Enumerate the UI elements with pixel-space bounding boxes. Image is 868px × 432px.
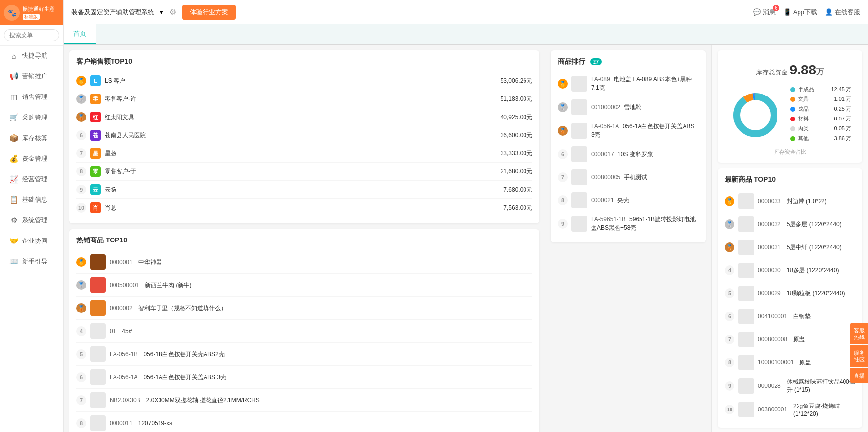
- header: 装备及固定资产辅助管理系统 ▾ ⚙ 体验行业方案 💬 消息 6 📱 App下载 …: [64, 0, 868, 24]
- basics-icon: 📋: [9, 195, 18, 204]
- rank-number: 9: [558, 219, 568, 229]
- sale-amount: 21,680.00元: [501, 168, 532, 176]
- product-item: 7 NB2.0X30B 2.0X30MM双搓花轴,搓花直径2.1MM/ROHS: [76, 389, 532, 412]
- rank-number: 🥈: [558, 102, 568, 112]
- inventory-footnote: 库存资金占比: [725, 148, 855, 156]
- app-name: 畅捷通好生意: [23, 5, 55, 13]
- rank-number: 🥉: [558, 126, 568, 136]
- rank-number: 7: [76, 148, 86, 158]
- sidebar-item-finance[interactable]: 💰 资金管理: [0, 148, 63, 169]
- product-code: 01: [110, 328, 116, 335]
- product-item: 5 LA-056-1B 056-1B白色按键开关壳ABS2壳: [76, 343, 532, 366]
- rank-number: 8: [76, 418, 86, 428]
- legend-value: 1.01 万: [834, 96, 851, 103]
- sidebar-search-container: [0, 25, 63, 46]
- rank-number: 6: [76, 372, 86, 382]
- product-code: 000800008: [758, 336, 787, 343]
- product-image: [738, 240, 754, 255]
- sidebar-item-cooperation[interactable]: 🤝 企业协同: [0, 231, 63, 251]
- product-name: 45#: [122, 328, 532, 335]
- rank-number: 8: [725, 358, 734, 367]
- product-name: 056-1A白色按键开关盖ABS 3壳: [143, 373, 532, 382]
- rank-number: 7: [725, 335, 734, 344]
- product-name: 12070519-xs: [138, 420, 532, 427]
- trial-button[interactable]: 体验行业方案: [182, 5, 236, 20]
- legend-dot: [790, 107, 795, 112]
- message-action[interactable]: 💬 消息 6: [753, 8, 776, 17]
- rank-number: 7: [76, 395, 86, 405]
- customer-service-button[interactable]: 客服热线: [850, 323, 868, 345]
- product-info: LA-59651-1B 59651-1B旋转投影灯电池盒ABS黑色+58壳: [591, 216, 699, 232]
- sidebar-item-sales[interactable]: ◫ 销售管理: [0, 87, 63, 107]
- latest-products-title: 最新商品 TOP10: [725, 175, 855, 184]
- product-item: 4 0000030 18多层 (1220*2440): [725, 259, 855, 282]
- product-code: 0000001: [110, 259, 133, 265]
- home-icon: ⌂: [9, 52, 18, 60]
- legend-dot: [790, 87, 795, 92]
- customer-name: 苍南县人民医院: [105, 131, 497, 140]
- rank-number: 🥈: [76, 94, 86, 104]
- tab-home[interactable]: 首页: [64, 24, 96, 44]
- sidebar-item-inventory[interactable]: 📦 库存核算: [0, 128, 63, 148]
- inventory-value: 9.88万: [790, 62, 824, 77]
- inventory-total: 库存总资金 9.88万: [725, 57, 855, 86]
- live-button[interactable]: 直播: [850, 368, 868, 383]
- product-code: 0000028: [758, 383, 781, 389]
- product-info: LA-056-1A 056-1A白色按键开关盖ABS 3壳: [591, 122, 699, 139]
- sidebar-item-purchase[interactable]: 🛒 采购管理: [0, 107, 63, 128]
- rank-number: 5: [725, 288, 734, 298]
- sidebar-item-guide[interactable]: 📖 新手引导: [0, 251, 63, 272]
- product-name: 原盅: [793, 336, 855, 344]
- online-service-action[interactable]: 👤 在线客服: [825, 8, 860, 17]
- donut-chart: [729, 88, 782, 142]
- product-ranking-title: 商品排行 27: [558, 57, 699, 66]
- product-name: 22g鱼豆腐-烧烤味 (1*12*20): [793, 402, 855, 417]
- rank-number: 4: [76, 326, 86, 336]
- product-item: 4 01 45#: [76, 320, 532, 343]
- sidebar-item-basics[interactable]: 📋 基础信息: [0, 190, 63, 210]
- product-item: 6 004100001 白钢垫: [725, 305, 855, 328]
- rank-number: 🥉: [725, 242, 734, 252]
- product-item: 8 10000100001 原盅: [725, 351, 855, 374]
- product-code: 0000033: [758, 198, 781, 205]
- sidebar-item-marketing[interactable]: 📢 营销推广: [0, 66, 63, 87]
- sidebar-nav: ⌂ 快捷导航 📢 营销推广 ◫ 销售管理 🛒 采购管理 📦 库存核算 💰 资金管…: [0, 46, 63, 432]
- rank-number: 🥉: [76, 303, 86, 313]
- legend-item: 其他 -3.86 万: [790, 135, 851, 142]
- operations-icon: 📈: [9, 175, 18, 184]
- inventory-icon: 📦: [9, 134, 18, 143]
- sidebar-item-home[interactable]: ⌂ 快捷导航: [0, 46, 63, 66]
- float-buttons: 客服热线 服务社区 直播: [850, 323, 868, 383]
- sidebar-item-system[interactable]: ⚙ 系统管理: [0, 210, 63, 231]
- app-download-action[interactable]: 📱 App下载: [783, 8, 817, 17]
- product-image: [738, 193, 754, 209]
- sidebar: 🐾 畅捷通好生意 标准版 ⌂ 快捷导航 📢 营销推广 ◫ 销售管理 🛒 采购管理…: [0, 0, 64, 432]
- rank-item: 7 星 星扬 33,333.00元: [76, 144, 532, 163]
- product-name: 中华神器: [138, 258, 532, 266]
- rank-item: 8 零 零售客户-于 21,680.00元: [76, 163, 532, 181]
- settings-icon[interactable]: ⚙: [169, 7, 176, 17]
- legend-value: 0.25 万: [834, 105, 851, 113]
- legend-dot: [790, 126, 795, 131]
- product-name: 18颗粒板 (1220*2440): [787, 289, 855, 298]
- product-code: LA-056-1A: [110, 374, 137, 381]
- sale-amount: 36,600.00元: [501, 131, 532, 140]
- sidebar-item-label: 新手引导: [22, 257, 47, 266]
- product-name: 智利车子里（规格不知道填什么）: [138, 304, 532, 312]
- legend-value: 0.07 万: [834, 115, 851, 122]
- product-info: LA-089 电池盖 LA-089 ABS本色+黑种 7.1克: [591, 75, 699, 92]
- legend-value: -3.86 万: [832, 135, 851, 142]
- sales-icon: ◫: [9, 93, 18, 101]
- sale-amount: 53,006.26元: [501, 77, 532, 85]
- search-input[interactable]: [4, 29, 59, 41]
- legend-value: 12.45 万: [831, 86, 851, 93]
- product-image: [738, 286, 754, 301]
- rank-number: 🥇: [76, 76, 86, 86]
- customer-name: 云扬: [105, 186, 500, 194]
- sale-amount: 33,333.00元: [501, 149, 532, 158]
- service-community-button[interactable]: 服务社区: [850, 345, 868, 367]
- legend-label: 文具: [798, 96, 831, 103]
- product-item: 9 0000028 体械荔枝味苏打饮品400毫升 (1*15): [725, 374, 855, 398]
- product-code: 003800001: [758, 406, 787, 413]
- sidebar-item-operations[interactable]: 📈 经营管理: [0, 169, 63, 190]
